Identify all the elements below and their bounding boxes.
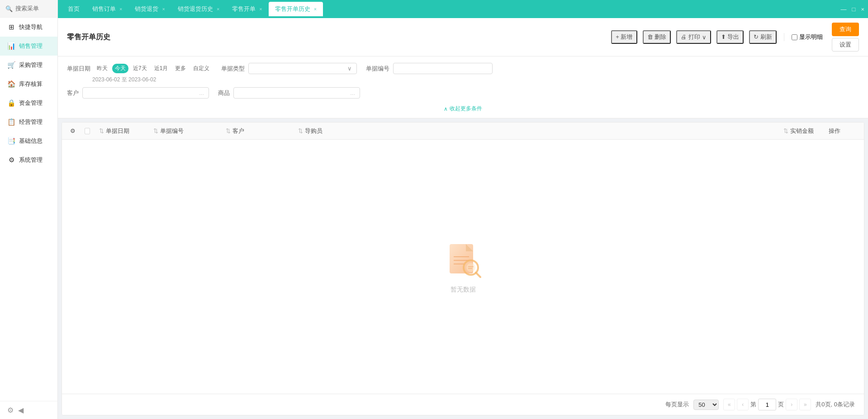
page-first-btn[interactable]: « (723, 399, 735, 410)
query-button[interactable]: 查询 (832, 23, 859, 36)
product-select[interactable]: ... (233, 87, 360, 99)
page-title: 零售开单历史 (67, 33, 110, 42)
add-button[interactable]: + 新增 (611, 30, 637, 44)
date-shortcut-week[interactable]: 近7天 (130, 64, 150, 73)
sidebar-item-quick-nav[interactable]: ⊞ 快捷导航 (0, 18, 57, 37)
page-input[interactable] (758, 399, 776, 410)
table-col-action: 操作 (824, 123, 860, 139)
tab-sales-return-history[interactable]: 销货退货历史 × (171, 2, 226, 16)
table-col-customer[interactable]: ⇅ 客户 (221, 123, 294, 139)
inventory-icon: 🏠 (7, 80, 15, 88)
product-dots: ... (350, 89, 355, 96)
order-type-label: 单据类型 (221, 65, 245, 73)
tab-bar: 首页 销售订单 × 销货退货 × 销货退货历史 × 零售开单 × 零售开单历史 … (58, 0, 868, 18)
per-page-label: 每页显示 (665, 400, 689, 409)
tab-home-label: 首页 (68, 5, 80, 13)
total-info: 共0页, 0条记录 (816, 400, 855, 409)
sidebar-item-sales-mgmt[interactable]: 📊 销售管理 (0, 37, 57, 56)
sidebar-search-label: 搜索采单 (15, 5, 39, 13)
table-col-checkbox[interactable] (80, 124, 95, 138)
page-prev-btn[interactable]: ‹ (737, 399, 749, 410)
sidebar-item-label: 销售管理 (19, 42, 43, 50)
sidebar-item-sys-mgmt[interactable]: ⚙ 系统管理 (0, 151, 57, 169)
toolbar-actions: + 新增 🗑 删除 🖨 打印 ∨ ⬆ 导出 ↻ 刷新 显示明细 查询 设置 (611, 23, 859, 52)
table-col-order-no[interactable]: ⇅ 单据编号 (149, 123, 221, 139)
date-shortcut-more[interactable]: 更多 (172, 64, 189, 73)
order-no-input[interactable] (393, 63, 493, 74)
collapse-sidebar-btn[interactable]: ◀ (18, 406, 24, 414)
table-container: ⚙ ⇅ 单据日期 ⇅ 单据编号 ⇅ 客户 ⇅ (62, 122, 864, 415)
window-minimize-btn[interactable]: — (841, 6, 847, 13)
sidebar-search[interactable]: 🔍 搜索采单 (0, 0, 57, 18)
export-button[interactable]: ⬆ 导出 (716, 30, 744, 44)
order-type-select[interactable]: ∨ (248, 63, 357, 74)
purchase-mgmt-icon: 🛒 (7, 61, 15, 69)
tab-sales-return[interactable]: 销货退货 × (128, 2, 171, 16)
sidebar-item-purchase-mgmt[interactable]: 🛒 采购管理 (0, 56, 57, 75)
table-col-guide[interactable]: ⇅ 导购员 (294, 123, 339, 139)
date-filter-label: 单据日期 (67, 65, 90, 73)
search-icon: 🔍 (5, 5, 13, 12)
delete-button[interactable]: 🗑 删除 (643, 30, 671, 44)
table-col-amount[interactable]: ⇅ 实销金额 (779, 123, 824, 139)
table-col-date[interactable]: ⇅ 单据日期 (95, 123, 149, 139)
display-detail-toggle[interactable]: 显示明细 (792, 33, 823, 41)
tab-retail-open[interactable]: 零售开单 × (226, 2, 268, 16)
empty-state: 暂无数据 (62, 140, 864, 394)
col-order-no-sort-icon: ⇅ (153, 127, 158, 134)
customer-select[interactable]: ... (82, 87, 209, 99)
tab-close-sales-return[interactable]: × (162, 6, 165, 12)
display-detail-checkbox[interactable] (792, 34, 797, 40)
refresh-button[interactable]: ↻ 刷新 (749, 30, 777, 44)
date-shortcut-custom[interactable]: 自定义 (190, 64, 212, 73)
window-close-btn[interactable]: × (861, 6, 864, 13)
svg-point-6 (466, 263, 475, 272)
table-settings-icon[interactable]: ⚙ (70, 127, 76, 134)
filter-row-2: 客户 ... 商品 ... (67, 87, 859, 99)
date-shortcut-yesterday[interactable]: 昨天 (94, 64, 110, 73)
sidebar-item-basic-info[interactable]: 📑 基础信息 (0, 132, 57, 151)
col-date-sort-icon: ⇅ (99, 127, 104, 134)
tab-home[interactable]: 首页 (62, 2, 86, 16)
table-header: ⚙ ⇅ 单据日期 ⇅ 单据编号 ⇅ 客户 ⇅ (62, 122, 864, 140)
tab-close-retail-history[interactable]: × (314, 6, 317, 12)
table-col-settings[interactable]: ⚙ (66, 124, 80, 138)
collapse-filter-btn[interactable]: ∧ 收起更多条件 (67, 103, 859, 114)
page-last-btn[interactable]: » (799, 399, 811, 410)
tab-sales-order[interactable]: 销售订单 × (86, 2, 128, 16)
settings-footer-btn[interactable]: ⚙ (7, 406, 14, 414)
table-col-fill (339, 127, 779, 135)
print-label: 🖨 打印 (681, 33, 700, 41)
product-filter: 商品 ... (218, 87, 360, 99)
print-button[interactable]: 🖨 打印 ∨ (676, 30, 711, 44)
empty-text: 暂无数据 (451, 286, 476, 294)
sidebar-item-label: 基础信息 (19, 137, 43, 145)
select-all-checkbox[interactable] (85, 128, 90, 134)
order-no-label: 单据编号 (366, 65, 389, 73)
sidebar-item-finance[interactable]: 🔒 资金管理 (0, 94, 57, 113)
empty-illustration (443, 240, 484, 280)
sidebar-item-inventory[interactable]: 🏠 库存核算 (0, 75, 57, 94)
sidebar-item-operations[interactable]: 📋 经营管理 (0, 113, 57, 132)
sidebar-item-label: 经营管理 (19, 118, 43, 126)
finance-icon: 🔒 (7, 99, 15, 107)
customer-filter: 客户 ... (67, 87, 209, 99)
settings-button[interactable]: 设置 (832, 38, 859, 52)
tab-close-sales-order[interactable]: × (119, 6, 122, 12)
sales-mgmt-icon: 📊 (7, 42, 15, 50)
date-range-display: 2023-06-02 至 2023-06-02 (92, 76, 156, 83)
collapse-label: 收起更多条件 (450, 105, 482, 113)
page-next-btn[interactable]: › (786, 399, 797, 410)
col-guide-label: 导购员 (305, 127, 323, 135)
tab-close-retail-open[interactable]: × (259, 6, 262, 12)
product-label: 商品 (218, 89, 230, 97)
sidebar-item-label: 采购管理 (19, 61, 43, 69)
window-maximize-btn[interactable]: □ (852, 6, 856, 13)
per-page-select[interactable]: 50 100 200 (693, 400, 719, 410)
date-shortcut-month[interactable]: 近1月 (152, 64, 171, 73)
date-shortcut-today[interactable]: 今天 (112, 64, 128, 73)
col-amount-sort-icon: ⇅ (783, 127, 788, 134)
tab-retail-history[interactable]: 零售开单历史 × (269, 2, 323, 16)
tab-close-sales-return-history[interactable]: × (217, 6, 219, 12)
print-dropdown-icon[interactable]: ∨ (702, 34, 707, 41)
